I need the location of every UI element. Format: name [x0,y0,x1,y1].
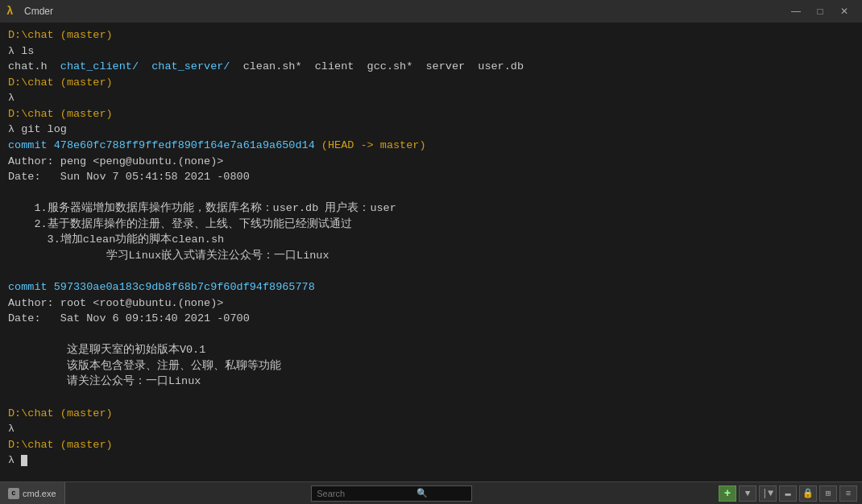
terminal-line: 学习Linux嵌入式请关注公众号：一口Linux [8,248,854,264]
cursor [21,455,27,466]
terminal-line: 1.服务器端增加数据库操作功能，数据库名称：user.db 用户表：user [8,200,854,217]
terminal-line [8,185,854,201]
split-vertical-button[interactable]: |▼ [759,485,777,502]
new-tab-button[interactable]: + [719,485,736,502]
title-bar: λ Cmder — □ ✕ [0,0,862,23]
terminal-line: λ [8,452,854,469]
terminal-line: 2.基于数据库操作的注册、登录、上线、下线功能已经测试通过 [8,217,854,233]
terminal-line: 请关注公众号：一口Linux [8,374,854,390]
terminal-line: D:\chat (master) [8,75,854,91]
terminal-line: Author: peng <peng@ubuntu.(none)> [8,154,854,170]
terminal-line: Date: Sat Nov 6 09:15:40 2021 -0700 [8,311,854,327]
terminal-line: D:\chat (master) [8,406,854,422]
new-tab-dropdown-button[interactable]: ▼ [739,485,756,502]
title-bar-controls: — □ ✕ [785,3,856,19]
terminal-line: λ [8,90,854,106]
terminal-line: 该版本包含登录、注册、公聊、私聊等功能 [8,358,854,374]
terminal-line: commit 478e60fc788ff9ffedf890f164e7a61a9… [8,138,854,154]
taskbar-app-tab[interactable]: C cmd.exe [0,482,65,504]
terminal-line: λ ls [8,43,854,60]
taskbar-search-area: 🔍 [65,485,719,502]
maximize-button[interactable]: □ [809,3,831,19]
terminal-line: D:\chat (master) [8,437,854,453]
minimize-button[interactable]: — [785,3,807,19]
terminal-line: 3.增加clean功能的脚本clean.sh [8,232,854,248]
terminal-line [8,390,854,406]
title-bar-left: λ Cmder [6,5,53,18]
close-button[interactable]: ✕ [833,3,856,19]
search-icon: 🔍 [416,488,428,498]
terminal-line: Author: root <root@ubuntu.(none)> [8,295,854,312]
cmder-icon: λ [6,5,19,18]
menu-button[interactable]: ≡ [839,485,857,502]
terminal-line: D:\chat (master) [8,106,854,122]
lock-button[interactable]: 🔒 [799,485,817,502]
cmd-app-icon: C [8,488,19,499]
terminal-line: λ git log [8,122,854,138]
terminal-line: Date: Sun Nov 7 05:41:58 2021 -0800 [8,169,854,185]
search-input[interactable] [317,489,413,498]
terminal-area: D:\chat (master) λ ls chat.h chat_client… [0,23,862,481]
taskbar-app-label: cmd.exe [23,489,56,498]
settings-button[interactable]: ⊞ [819,485,837,502]
terminal-line [8,263,854,279]
terminal-line: chat.h chat_client/ chat_server/ clean.s… [8,59,854,75]
split-horizontal-button[interactable]: ▬ [779,485,797,502]
terminal-line: commit 597330ae0a183c9db8f68b7c9f60df94f… [8,279,854,295]
taskbar-right-buttons: + ▼ |▼ ▬ 🔒 ⊞ ≡ [719,485,862,502]
title-bar-title: Cmder [24,6,53,17]
taskbar: C cmd.exe 🔍 + ▼ |▼ ▬ 🔒 ⊞ ≡ [0,481,862,504]
search-box[interactable]: 🔍 [311,485,472,502]
terminal-line: 这是聊天室的初始版本V0.1 [8,342,854,358]
terminal-line: D:\chat (master) [8,27,854,43]
terminal-line [8,327,854,343]
terminal-line: λ [8,421,854,437]
